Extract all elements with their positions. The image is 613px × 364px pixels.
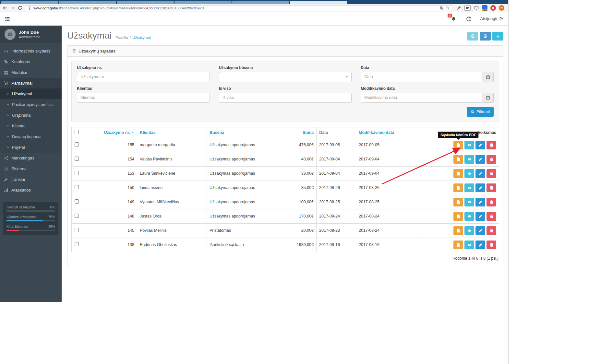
sort-column-modified[interactable]: Modifikavimo data: [359, 130, 394, 135]
view-order-button[interactable]: [464, 183, 474, 192]
row-select-checkbox[interactable]: [75, 171, 79, 175]
select-all-checkbox[interactable]: [75, 130, 79, 134]
order-status-select[interactable]: [219, 72, 352, 82]
row-select-checkbox[interactable]: [75, 214, 79, 218]
sidebar-subitem[interactable]: Dovanų kuponai: [0, 131, 62, 142]
delete-order-button[interactable]: [487, 141, 496, 149]
invoice-pdf-button[interactable]: [453, 241, 463, 249]
view-order-button[interactable]: [464, 169, 474, 178]
delete-order-button[interactable]: [487, 183, 496, 192]
customer-input[interactable]: [77, 93, 210, 103]
delete-order-button[interactable]: [487, 169, 496, 178]
sidebar-item[interactable]: Marketingas: [0, 153, 62, 163]
delete-order-button[interactable]: [487, 226, 496, 235]
date-input[interactable]: [361, 72, 482, 82]
print-invoice-button[interactable]: [467, 32, 478, 41]
notifications-button[interactable]: 0: [451, 16, 456, 22]
sidebar-item[interactable]: Ataskaitos: [0, 185, 62, 195]
sort-column-total[interactable]: Suma: [303, 130, 314, 135]
orange-extension-icon[interactable]: [499, 5, 504, 11]
row-select-checkbox[interactable]: [75, 185, 79, 189]
total-input[interactable]: [219, 93, 352, 103]
sidebar-item[interactable]: Pardavimai: [0, 78, 62, 88]
menu-toggle-button[interactable]: [3, 14, 11, 23]
row-select-checkbox[interactable]: [75, 199, 79, 204]
invoice-pdf-button[interactable]: [453, 155, 463, 164]
red-extension-icon[interactable]: [490, 5, 496, 11]
view-order-button[interactable]: [464, 198, 474, 206]
edit-order-button[interactable]: [475, 212, 485, 221]
translate-icon[interactable]: [440, 6, 444, 10]
delete-order-button[interactable]: [487, 155, 496, 164]
sidebar-subitem[interactable]: Užsakymai: [0, 88, 62, 99]
browser-tab[interactable]: [174, 1, 232, 4]
cell-date: 2017-09-04: [317, 152, 356, 166]
sidebar-item[interactable]: Moduliai: [0, 67, 62, 78]
dropper-extension-icon[interactable]: [456, 5, 462, 11]
delete-order-button[interactable]: [487, 212, 496, 221]
forward-button[interactable]: [10, 6, 15, 10]
edit-order-button[interactable]: [475, 169, 485, 178]
add-order-button[interactable]: [492, 32, 503, 41]
language-button[interactable]: [466, 16, 472, 22]
invoice-pdf-button[interactable]: [453, 212, 463, 221]
view-order-button[interactable]: [464, 141, 474, 149]
browser-tab[interactable]: [232, 1, 289, 4]
invoice-pdf-button[interactable]: Sąskaita faktūra PDF: [453, 141, 463, 149]
view-order-button[interactable]: [464, 241, 474, 249]
bookmark-star-icon[interactable]: [446, 6, 450, 10]
modified-date-input[interactable]: [361, 93, 482, 103]
blue-extension-icon[interactable]: New: [482, 5, 487, 11]
modified-calendar-button[interactable]: [482, 93, 494, 103]
ip-extension-icon[interactable]: IP: [464, 5, 471, 11]
invoice-pdf-button[interactable]: [453, 169, 463, 178]
sidebar-item[interactable]: Informacinis skydelis: [0, 46, 62, 56]
edit-order-button[interactable]: [475, 141, 485, 149]
filter-status-label: Užsakymo būsena: [219, 65, 352, 70]
row-select-checkbox[interactable]: [75, 242, 79, 246]
sort-column-date[interactable]: Data: [319, 130, 328, 135]
sidebar-subitem[interactable]: Grąžinimai: [0, 110, 62, 121]
view-order-button[interactable]: [464, 226, 474, 235]
breadcrumb-current[interactable]: Užsakymai: [132, 36, 150, 40]
invoice-pdf-button[interactable]: [453, 226, 463, 235]
view-order-button[interactable]: [464, 212, 474, 221]
view-order-button[interactable]: [464, 155, 474, 164]
edit-order-button[interactable]: [475, 155, 485, 164]
sidebar-subitem[interactable]: PayPal: [0, 142, 62, 153]
logout-button[interactable]: Atsijungti: [480, 16, 504, 21]
cell-modified: 2017-08-24: [356, 223, 420, 238]
browser-tab-active[interactable]: [290, 1, 347, 4]
delete-order-button[interactable]: [487, 241, 496, 249]
order-nr-input[interactable]: [77, 72, 210, 82]
sidebar-item[interactable]: Įrankiai: [0, 174, 62, 185]
edit-order-button[interactable]: [475, 241, 485, 249]
row-select-checkbox[interactable]: [75, 142, 79, 147]
browser-tab[interactable]: [1, 1, 58, 4]
row-select-checkbox[interactable]: [75, 228, 79, 232]
sidebar-subitem[interactable]: Klientai: [0, 121, 62, 131]
breadcrumb-home[interactable]: Pradžia: [115, 36, 128, 40]
filter-button[interactable]: Filtruoti: [467, 107, 494, 117]
back-button[interactable]: [3, 6, 7, 10]
date-calendar-button[interactable]: [482, 72, 494, 82]
row-select-checkbox[interactable]: [75, 157, 79, 161]
sort-column-status[interactable]: Būsena: [210, 130, 224, 135]
sidebar-item[interactable]: Katalogas: [0, 56, 62, 67]
invoice-pdf-button[interactable]: [453, 183, 463, 192]
delete-order-button[interactable]: [487, 198, 496, 206]
edit-order-button[interactable]: [475, 226, 485, 235]
invoice-pdf-button[interactable]: [453, 198, 463, 206]
edit-order-button[interactable]: [475, 198, 485, 206]
sort-column-nr[interactable]: Užsakymo nr.: [104, 130, 134, 135]
url-bar[interactable]: www.agregatai.lt/siteadmin14/index.php?r…: [25, 5, 452, 11]
browser-tab[interactable]: [117, 1, 174, 4]
sidebar-subitem[interactable]: Pasikartojantys profiliai: [0, 99, 62, 110]
edit-order-button[interactable]: [475, 183, 485, 192]
print-shipping-list-button[interactable]: [480, 32, 491, 41]
sort-column-customer[interactable]: Klientas: [140, 130, 156, 135]
sidebar-item[interactable]: Sistema: [0, 163, 62, 174]
monitor-extension-icon[interactable]: [474, 5, 479, 11]
refresh-button[interactable]: [18, 6, 22, 10]
browser-tab[interactable]: [59, 1, 116, 4]
